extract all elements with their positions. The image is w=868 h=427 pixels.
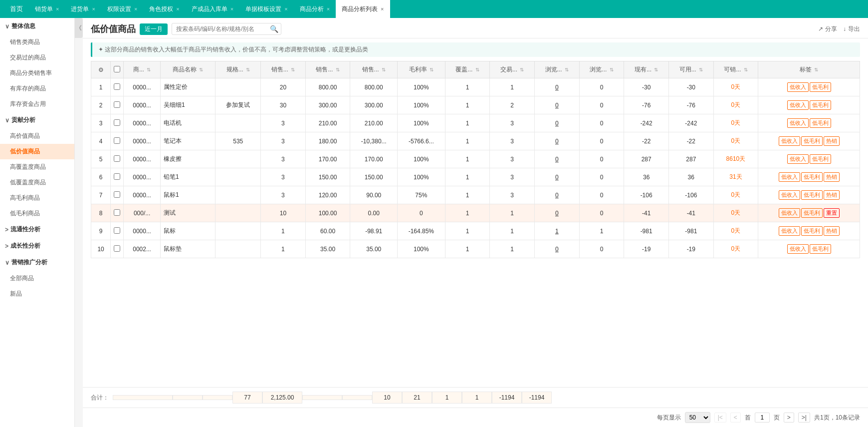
col-view1[interactable]: 浏览... ⇅ [535,61,580,78]
col-sales-qty[interactable]: 销售... ⇅ [261,61,306,78]
col-tags[interactable]: 标签 ⇅ [758,61,860,78]
export-button[interactable]: ↓ 导出 [843,25,860,33]
row-checkbox[interactable] [114,227,120,234]
col-stock-available[interactable]: 可用... ⇅ [668,61,713,78]
view1-link[interactable]: 0 [555,120,559,127]
row-index: 2 [91,96,111,114]
next-page-button[interactable]: > [784,413,794,423]
row-days: 0天 [713,222,758,240]
sidebar-group-liquidity[interactable]: > 流通性分析 [0,221,74,238]
row-sales-qty: 30 [261,96,306,114]
view1-link[interactable]: 0 [555,174,559,181]
row-code: 0002... [124,240,161,258]
row-checkbox[interactable] [114,83,120,90]
close-icon[interactable]: × [327,6,330,12]
nav-item-sales[interactable]: 销货单 × [29,0,65,18]
view1-link[interactable]: 0 [555,102,559,109]
tag: 低毛利 [801,190,823,200]
nav-item-role[interactable]: 角色授权 × [143,0,185,18]
row-tags: 低收入低毛利热销 [758,222,860,240]
row-checkbox[interactable] [114,155,120,162]
sidebar-item-all-products[interactable]: 全部商品 [0,271,74,286]
search-input[interactable] [172,23,281,35]
view1-link[interactable]: 0 [555,84,559,91]
row-view1: 0 [535,132,580,150]
filter-recent-button[interactable]: 近一月 [140,23,168,35]
row-checkbox[interactable] [114,173,120,180]
row-stock-current: -41 [624,204,669,222]
nav-item-stock-in[interactable]: 产成品入库单 × [186,0,239,18]
page-label: 首 [745,414,751,422]
sidebar-item-high-value[interactable]: 高价值商品 [0,128,74,144]
row-name: 橡皮擦 [161,150,216,168]
view1-link[interactable]: 1 [555,228,559,235]
close-icon[interactable]: × [92,6,95,12]
row-checkbox[interactable] [114,209,120,216]
nav-item-product-analysis[interactable]: 商品分析 × [294,0,336,18]
row-sales-cost: 300.00 [350,96,398,114]
sidebar-item-stock-capital[interactable]: 库存资金占用 [0,96,74,112]
col-stock-current[interactable]: 现有... ⇅ [624,61,669,78]
col-coverage[interactable]: 覆盖... ⇅ [445,61,490,78]
col-sales-amount[interactable]: 销售... ⇅ [305,61,350,78]
close-icon[interactable]: × [56,6,59,12]
row-stock-current: -30 [624,78,669,96]
sidebar-item-low-value[interactable]: 低价值商品 [0,144,74,159]
sidebar-group-contribution[interactable]: ∨ 贡献分析 [0,112,74,128]
sidebar-item-in-stock-products[interactable]: 有库存的商品 [0,81,74,96]
sidebar-item-sales-products[interactable]: 销售类商品 [0,34,74,50]
col-settings[interactable]: ⚙ [91,61,111,78]
sidebar-collapse-button[interactable]: 《 [75,18,83,38]
row-checkbox[interactable] [114,119,120,126]
sidebar-item-high-coverage[interactable]: 高覆盖度商品 [0,159,74,175]
sidebar-group-marketing[interactable]: ∨ 营销推广分析 [0,254,74,271]
share-button[interactable]: ↗ 分享 [818,25,837,33]
view1-link[interactable]: 0 [555,156,559,163]
row-checkbox[interactable] [114,245,120,252]
chevron-right-icon: > [5,243,8,250]
close-icon[interactable]: × [230,6,233,12]
sidebar-group-overall[interactable]: ∨ 整体信息 [0,18,74,34]
close-icon[interactable]: × [176,6,179,12]
view1-link[interactable]: 0 [555,192,559,199]
sidebar-group-growth[interactable]: > 成长性分析 [0,238,74,254]
row-checkbox[interactable] [114,101,120,108]
page-number-input[interactable] [755,413,770,423]
nav-item-home[interactable]: 首页 [4,0,29,18]
row-checkbox[interactable] [114,137,120,144]
chevron-down-icon: ∨ [5,259,9,266]
col-sales-cost[interactable]: 销售... ⇅ [350,61,398,78]
search-icon[interactable]: 🔍 [270,25,278,33]
close-icon[interactable]: × [284,6,287,12]
sidebar-item-new-products[interactable]: 新品 [0,286,74,302]
col-margin[interactable]: 毛利率 ⇅ [398,61,445,78]
prev-page-button[interactable]: < [730,413,741,423]
col-code[interactable]: 商... ⇅ [124,61,161,78]
view1-link[interactable]: 0 [555,138,559,145]
first-page-button[interactable]: |< [714,413,726,423]
sidebar-item-traded-products[interactable]: 交易过的商品 [0,50,74,65]
nav-item-template[interactable]: 单据模板设置 × [239,0,293,18]
sidebar-item-low-coverage[interactable]: 低覆盖度商品 [0,175,74,190]
sidebar-item-high-margin[interactable]: 高毛利商品 [0,190,74,206]
nav-item-permission[interactable]: 权限设置 × [101,0,143,18]
main-content: 低价值商品 近一月 🔍 ↗ 分享 ↓ 导出 [83,18,868,427]
nav-item-product-analysis-list[interactable]: 商品分析列表 × [336,0,390,18]
close-icon[interactable]: × [134,6,137,12]
col-name[interactable]: 商品名称 ⇅ [161,61,216,78]
select-all-checkbox[interactable] [114,66,120,72]
close-icon[interactable]: × [381,6,384,12]
col-stock-saleable[interactable]: 可销... ⇅ [713,61,758,78]
row-checkbox[interactable] [114,191,120,198]
row-code: 0000... [124,114,161,132]
col-spec[interactable]: 规格... ⇅ [216,61,261,78]
view1-link[interactable]: 0 [555,246,559,253]
per-page-select[interactable]: 50 100 200 [685,412,710,423]
view1-link[interactable]: 0 [555,210,559,217]
col-view2[interactable]: 浏览... ⇅ [579,61,624,78]
sidebar-item-low-margin[interactable]: 低毛利商品 [0,206,74,221]
sidebar-item-category-sales-rate[interactable]: 商品分类销售率 [0,65,74,81]
nav-item-purchase[interactable]: 进货单 × [65,0,101,18]
col-transaction[interactable]: 交易... ⇅ [490,61,535,78]
last-page-button[interactable]: >| [798,413,810,423]
